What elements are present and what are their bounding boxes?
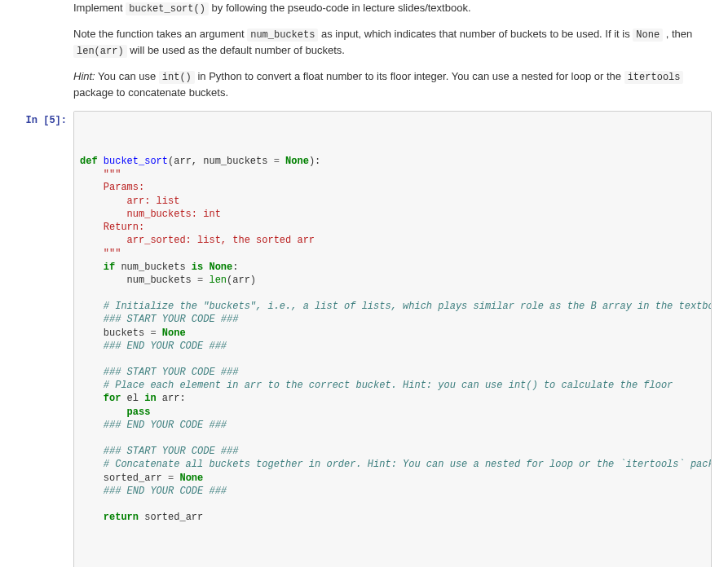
none-kw: None bbox=[203, 262, 232, 273]
text: Implement bbox=[73, 2, 126, 14]
docstring: arr: list bbox=[80, 196, 179, 207]
instruction-para-3: Hint: You can use int() in Python to con… bbox=[73, 68, 712, 101]
comment: ### END YOUR CODE ### bbox=[80, 420, 227, 431]
indent bbox=[80, 512, 104, 523]
code-text: : bbox=[232, 262, 238, 273]
comment: ### START YOUR CODE ### bbox=[80, 314, 238, 325]
none-kw: None bbox=[174, 472, 203, 484]
inline-code: len(arr) bbox=[73, 45, 127, 58]
code-text: num_buckets bbox=[80, 275, 197, 286]
docstring: Return: bbox=[80, 222, 144, 233]
code-text: ): bbox=[309, 156, 320, 167]
fn-name: bucket_sort bbox=[98, 156, 168, 167]
none-kw: None bbox=[280, 156, 309, 167]
code-text: arr: bbox=[157, 393, 186, 404]
code-text: buckets bbox=[80, 327, 150, 339]
hint-label: Hint: bbox=[73, 70, 95, 82]
op: = bbox=[274, 156, 280, 167]
instructions: Implement bucket_sort() by following the… bbox=[16, 0, 712, 101]
text: Note the function takes an argument bbox=[73, 28, 247, 40]
comment: # Initialize the "buckets", i.e., a list… bbox=[80, 301, 712, 312]
cell-prompt: In [5]: bbox=[16, 111, 73, 568]
code-input-area[interactable]: def bucket_sort(arr, num_buckets = None)… bbox=[73, 111, 712, 568]
kw-for: for bbox=[104, 393, 121, 404]
inline-code: itertools bbox=[624, 71, 684, 84]
docstring: arr_sorted: list, the sorted arr bbox=[80, 235, 315, 246]
comment: ### START YOUR CODE ### bbox=[80, 446, 238, 457]
comment: # Place each element in arr to the corre… bbox=[80, 380, 673, 391]
instruction-para-1: Implement bucket_sort() by following the… bbox=[73, 0, 712, 16]
kw-def: def bbox=[80, 156, 98, 167]
kw-in: in bbox=[144, 393, 156, 404]
code-text: num_buckets bbox=[115, 262, 192, 273]
code-text: el bbox=[121, 393, 144, 404]
indent bbox=[80, 407, 127, 418]
comment: ### END YOUR CODE ### bbox=[80, 341, 227, 352]
kw-is: is bbox=[192, 262, 203, 273]
code-text: (arr, num_buckets bbox=[168, 156, 274, 167]
code-text: (arr) bbox=[227, 275, 256, 286]
code-text: sorted_arr bbox=[80, 472, 168, 484]
comment: # Concatenate all buckets together in or… bbox=[80, 459, 712, 470]
kw-pass: pass bbox=[127, 407, 151, 418]
text: by following the pseudo-code in lecture … bbox=[209, 2, 471, 14]
kw-if: if bbox=[104, 262, 115, 273]
comment: ### END YOUR CODE ### bbox=[80, 486, 227, 497]
builtin-len: len bbox=[209, 275, 227, 286]
inline-code: None bbox=[633, 29, 663, 42]
docstring: """ bbox=[80, 248, 121, 259]
docstring: num_buckets: int bbox=[80, 209, 221, 220]
code-text: sorted_arr bbox=[139, 512, 203, 523]
docstring: """ bbox=[80, 169, 121, 180]
code-cell-5: In [5]: def bucket_sort(arr, num_buckets… bbox=[16, 111, 712, 568]
text: will be used as the default number of bu… bbox=[127, 44, 345, 56]
op: = bbox=[150, 327, 156, 339]
comment: ### START YOUR CODE ### bbox=[80, 367, 238, 378]
none-kw: None bbox=[157, 327, 186, 339]
instruction-para-2: Note the function takes an argument num_… bbox=[73, 26, 712, 59]
text: in Python to convert a float number to i… bbox=[195, 70, 624, 82]
text: You can use bbox=[95, 70, 159, 82]
text: , then bbox=[663, 28, 692, 40]
kw-return: return bbox=[104, 512, 139, 523]
inline-code: num_buckets bbox=[247, 29, 318, 42]
inline-code: int() bbox=[159, 71, 195, 84]
indent bbox=[80, 262, 104, 273]
indent bbox=[80, 393, 104, 404]
inline-code: bucket_sort() bbox=[126, 2, 209, 15]
text: package to concatenate buckets. bbox=[73, 86, 228, 99]
docstring: Params: bbox=[80, 182, 144, 193]
text: as input, which indicates that number of… bbox=[318, 28, 633, 40]
